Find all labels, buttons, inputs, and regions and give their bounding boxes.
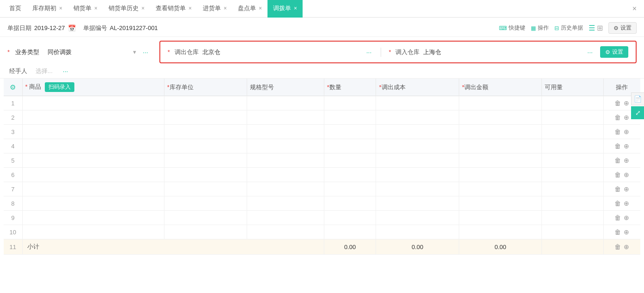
cell-cost[interactable]: [376, 168, 459, 182]
cell-spec[interactable]: [247, 211, 324, 225]
cell-amount[interactable]: [459, 110, 541, 125]
tab-purchase-order[interactable]: 进货单 ×: [197, 0, 232, 18]
cell-available[interactable]: [542, 139, 603, 153]
copy-icon[interactable]: ⊕: [624, 128, 629, 135]
cell-product[interactable]: [22, 196, 164, 211]
history-button[interactable]: ⊟ 历史单据: [554, 24, 583, 32]
cell-amount[interactable]: [459, 225, 541, 239]
cell-spec[interactable]: [247, 96, 324, 110]
cell-cost[interactable]: [376, 196, 459, 211]
tab-inventory-init[interactable]: 库存期初 ×: [27, 0, 68, 18]
operate-button[interactable]: ▦ 操作: [531, 24, 549, 32]
cell-cost[interactable]: [376, 139, 459, 153]
cell-unit[interactable]: [164, 153, 247, 168]
cell-available[interactable]: [542, 182, 603, 196]
tab-close-view-sales[interactable]: ×: [188, 5, 192, 12]
cell-product[interactable]: [22, 211, 164, 225]
sidebar-doc-icon[interactable]: 📄: [631, 92, 644, 105]
cell-amount[interactable]: [459, 182, 541, 196]
copy-icon[interactable]: ⊕: [624, 99, 629, 107]
tab-transfer[interactable]: 调拨单 ×: [267, 0, 303, 18]
cell-qty[interactable]: [324, 139, 376, 153]
copy-icon[interactable]: ⊕: [624, 228, 629, 236]
copy-icon[interactable]: ⊕: [624, 214, 629, 221]
copy-icon[interactable]: ⊕: [624, 114, 629, 121]
cell-qty[interactable]: [324, 153, 376, 168]
copy-icon[interactable]: ⊕: [624, 157, 629, 164]
tab-sales-history[interactable]: 销货单历史 ×: [103, 0, 150, 18]
cell-available[interactable]: [542, 196, 603, 211]
copy-icon[interactable]: ⊕: [624, 200, 629, 207]
person-select[interactable]: 选择...: [36, 67, 53, 75]
delete-icon[interactable]: 🗑: [614, 99, 621, 107]
cell-qty[interactable]: [324, 96, 376, 110]
cell-qty[interactable]: [324, 125, 376, 139]
cell-spec[interactable]: [247, 168, 324, 182]
to-warehouse-more[interactable]: ···: [585, 49, 595, 56]
table-gear-icon[interactable]: ⚙: [10, 83, 16, 91]
delete-icon[interactable]: 🗑: [614, 114, 621, 121]
cell-available[interactable]: [542, 168, 603, 182]
cell-spec[interactable]: [247, 153, 324, 168]
layout-list-icon[interactable]: ☰: [589, 24, 595, 32]
cell-spec[interactable]: [247, 196, 324, 211]
person-more[interactable]: ···: [61, 67, 70, 75]
delete-icon[interactable]: 🗑: [614, 243, 621, 250]
cell-spec[interactable]: [247, 139, 324, 153]
cell-qty[interactable]: [324, 168, 376, 182]
cell-unit[interactable]: [164, 196, 247, 211]
tab-close-purchase-order[interactable]: ×: [224, 5, 227, 12]
calendar-icon[interactable]: 📅: [68, 24, 76, 32]
cell-cost[interactable]: [376, 211, 459, 225]
cell-qty[interactable]: [324, 182, 376, 196]
delete-icon[interactable]: 🗑: [614, 200, 621, 207]
cell-cost[interactable]: [376, 153, 459, 168]
cell-qty[interactable]: [324, 225, 376, 239]
cell-cost[interactable]: [376, 96, 459, 110]
delete-icon[interactable]: 🗑: [614, 185, 621, 193]
cell-cost[interactable]: [376, 182, 459, 196]
copy-icon[interactable]: ⊕: [624, 185, 629, 193]
cell-product[interactable]: [22, 168, 164, 182]
from-warehouse-more[interactable]: ···: [365, 49, 374, 56]
cell-spec[interactable]: [247, 182, 324, 196]
to-warehouse-value[interactable]: 上海仓: [423, 48, 441, 56]
delete-icon[interactable]: 🗑: [614, 214, 621, 221]
tab-stocktake[interactable]: 盘点单 ×: [232, 0, 267, 18]
cell-unit[interactable]: [164, 96, 247, 110]
cell-product[interactable]: [22, 125, 164, 139]
from-warehouse-value[interactable]: 北京仓: [202, 48, 220, 56]
cell-qty[interactable]: [324, 211, 376, 225]
cell-unit[interactable]: [164, 139, 247, 153]
cell-unit[interactable]: [164, 125, 247, 139]
cell-spec[interactable]: [247, 125, 324, 139]
business-type-more[interactable]: ···: [141, 49, 150, 56]
cell-unit[interactable]: [164, 168, 247, 182]
cell-cost[interactable]: [376, 125, 459, 139]
setting-button[interactable]: ⚙ 设置: [608, 22, 637, 34]
cell-unit[interactable]: [164, 110, 247, 125]
cell-available[interactable]: [542, 110, 603, 125]
cell-amount[interactable]: [459, 96, 541, 110]
delete-icon[interactable]: 🗑: [614, 128, 621, 135]
scan-button[interactable]: 扫码录入: [45, 82, 74, 92]
shortcut-button[interactable]: ⌨ 快捷键: [499, 24, 525, 32]
cell-spec[interactable]: [247, 225, 324, 239]
cell-spec[interactable]: [247, 110, 324, 125]
cell-product[interactable]: [22, 153, 164, 168]
warehouse-setting-button[interactable]: ⚙ 设置: [600, 46, 628, 58]
cell-amount[interactable]: [459, 211, 541, 225]
cell-available[interactable]: [542, 96, 603, 110]
delete-icon[interactable]: 🗑: [614, 157, 621, 164]
sidebar-expand-icon[interactable]: ⤢: [631, 106, 644, 119]
tab-close-stocktake[interactable]: ×: [259, 5, 262, 12]
business-type-dropdown-arrow[interactable]: ▾: [133, 49, 136, 55]
copy-icon[interactable]: ⊕: [624, 243, 629, 250]
cell-available[interactable]: [542, 125, 603, 139]
cell-unit[interactable]: [164, 225, 247, 239]
cell-qty[interactable]: [324, 110, 376, 125]
cell-qty[interactable]: [324, 196, 376, 211]
cell-available[interactable]: [542, 211, 603, 225]
tab-view-sales[interactable]: 查看销货单 ×: [150, 0, 197, 18]
cell-product[interactable]: [22, 182, 164, 196]
